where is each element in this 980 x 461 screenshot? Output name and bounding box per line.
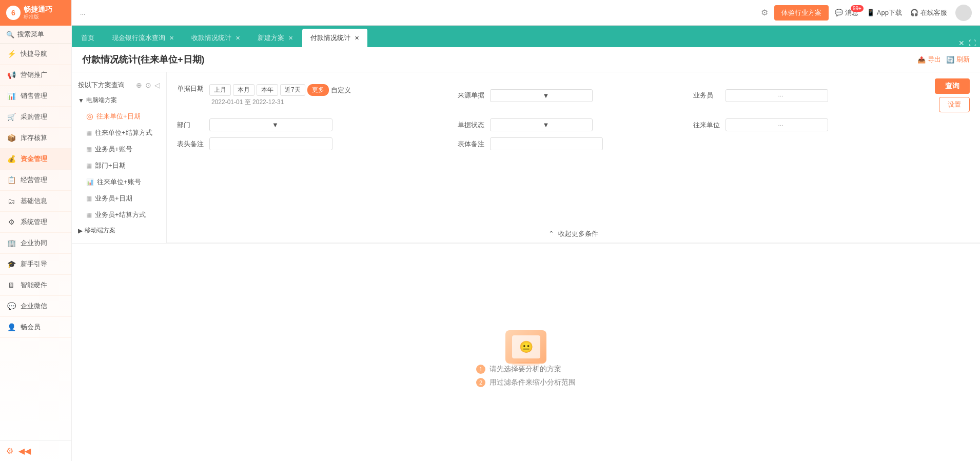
select-chevron-icon: ▼ (542, 92, 588, 99)
scheme-icon-1: ▦ (86, 129, 92, 136)
status-chevron-icon: ▼ (542, 121, 588, 129)
quick-nav-icon: ⚡ (6, 49, 16, 59)
dept-label: 部门 (177, 121, 205, 130)
content-area: 付款情况统计(往来单位+日期) 📤 导出 🔄 刷新 按以下方案查询 ⊕ (72, 47, 980, 461)
sales-icon: 📊 (6, 91, 16, 101)
messages-btn[interactable]: 💬 消息 99+ (835, 8, 858, 17)
trial-btn[interactable]: 体验行业方案 (774, 5, 829, 21)
logo-icon: 6 (6, 6, 21, 20)
page-header: 付款情况统计(往来单位+日期) 📤 导出 🔄 刷新 (72, 47, 980, 72)
refresh-icon: 🔄 (946, 56, 954, 64)
export-btn[interactable]: 📤 导出 (917, 55, 941, 64)
member-icon: 👤 (6, 322, 16, 332)
filter-row-3: 表头备注 表体备注 (177, 137, 970, 150)
status-select[interactable]: ▼ (490, 118, 593, 131)
unit-select[interactable]: ··· (726, 118, 828, 131)
scheme-settings-icon[interactable]: ⊙ (145, 81, 151, 89)
online-service-btn[interactable]: 🎧 在线客服 (910, 8, 947, 17)
settings-btn[interactable]: 设置 (939, 97, 970, 112)
enterprise-icon: 🏢 (6, 238, 16, 248)
empty-state: 😐 1 请先选择要分析的方案 2 用过滤条件来缩小分析范围 (72, 244, 980, 461)
filter-row-2: 部门 ▼ 单据状态 ▼ (177, 118, 970, 131)
system-icon: ⚙ (6, 217, 16, 227)
tab-home[interactable]: 首页 (73, 29, 103, 47)
expand-tab-icon[interactable]: ⛶ (969, 39, 976, 47)
tab-bank-flow[interactable]: 现金银行流水查询 ✕ (104, 29, 182, 47)
scheme-unit-settlement[interactable]: ▦ 往来单位+结算方式 (72, 125, 166, 141)
sidebar-item-purchase[interactable]: 🛒 采购管理 (0, 107, 71, 128)
date-btn-this-year[interactable]: 本年 (257, 84, 278, 96)
query-btn[interactable]: 查询 (935, 78, 970, 94)
message-icon: 💬 (835, 9, 843, 16)
scheme-unit-date[interactable]: ◎ 往来单位+日期 (72, 108, 166, 125)
sidebar-bottom: ⚙ ◀◀ (0, 440, 71, 461)
sidebar-item-operation[interactable]: 📋 经营管理 (0, 170, 71, 191)
sidebar-item-hardware[interactable]: 🖥 智能硬件 (0, 275, 71, 296)
filter-row-1: 单据日期 上月 本月 本年 近7天 更多 自定义 20 (177, 78, 970, 112)
sidebar: 6 畅捷通巧 标准版 🔍 搜索菜单 ⚡ 快捷导航 📢 营销推广 📊 销售管理 🛒… (0, 0, 72, 461)
sidebar-item-quick-nav[interactable]: ⚡ 快捷导航 (0, 44, 71, 65)
scheme-dept-date[interactable]: ▦ 部门+日期 (72, 157, 166, 174)
collapse-sidebar-icon[interactable]: ◀◀ (18, 446, 31, 456)
sidebar-item-inventory[interactable]: 📦 库存核算 (0, 128, 71, 149)
scheme-staff-settlement[interactable]: ▦ 业务员+结算方式 (72, 207, 166, 223)
filter-right: 单据日期 上月 本月 本年 近7天 更多 自定义 20 (167, 72, 980, 243)
collapse-icon: ⌃ (548, 230, 554, 237)
header-note-input[interactable] (209, 137, 332, 150)
sidebar-item-wechat[interactable]: 💬 企业微信 (0, 296, 71, 317)
tab-close-payment-stats[interactable]: ✕ (355, 35, 359, 42)
sidebar-item-guide[interactable]: 🎓 新手引导 (0, 254, 71, 275)
tab-close-new-plan[interactable]: ✕ (288, 35, 293, 42)
sidebar-item-finance[interactable]: 💰 资金管理 (0, 149, 71, 170)
tab-new-plan[interactable]: 新建方案 ✕ (249, 29, 301, 47)
operation-icon: 📋 (6, 175, 16, 185)
scheme-unit-account[interactable]: 📊 往来单位+账号 (72, 174, 166, 190)
scheme-icon-2: ▦ (86, 146, 92, 153)
dept-chevron-icon: ▼ (272, 121, 328, 129)
header-note-label: 表头备注 (177, 139, 205, 149)
url-bar: ... (80, 9, 755, 16)
refresh-btn[interactable]: 🔄 刷新 (946, 55, 970, 64)
date-label: 单据日期 (177, 84, 205, 93)
avatar[interactable] (955, 5, 972, 21)
service-icon: 🎧 (910, 9, 918, 16)
hardware-icon: 🖥 (6, 280, 16, 290)
sidebar-item-sales[interactable]: 📊 销售管理 (0, 86, 71, 107)
page-title: 付款情况统计(往来单位+日期) (82, 53, 917, 66)
add-scheme-icon[interactable]: ⊕ (136, 81, 142, 89)
logo-text: 畅捷通巧 标准版 (24, 5, 52, 21)
sidebar-item-enterprise[interactable]: 🏢 企业协同 (0, 233, 71, 254)
search-menu[interactable]: 🔍 搜索菜单 (0, 26, 71, 44)
dept-select[interactable]: ▼ (209, 118, 332, 131)
sidebar-item-system[interactable]: ⚙ 系统管理 (0, 212, 71, 233)
staff-select[interactable]: ··· (726, 89, 828, 102)
sidebar-item-member[interactable]: 👤 畅会员 (0, 317, 71, 338)
sidebar-item-marketing[interactable]: 📢 营销推广 (0, 65, 71, 86)
chevron-right-icon: ▶ (78, 227, 83, 234)
settings-bottom-icon[interactable]: ⚙ (6, 446, 13, 456)
tab-close-receipt-stats[interactable]: ✕ (236, 35, 240, 42)
source-select[interactable]: ▼ (490, 89, 593, 102)
scheme-staff-date[interactable]: ▦ 业务员+日期 (72, 190, 166, 207)
robot-face: 😐 (519, 340, 533, 354)
scheme-panel: 按以下方案查询 ⊕ ⊙ ◁ ▼ 电脑端方案 ◎ 往来单位+日期 ▦ (72, 72, 167, 243)
date-btn-more[interactable]: 更多 (307, 84, 329, 96)
staff-filter-group: 业务员 ··· (693, 89, 920, 102)
app-download-btn[interactable]: 📱 App下载 (867, 8, 902, 17)
date-btn-last-month[interactable]: 上月 (209, 84, 231, 96)
tab-payment-stats[interactable]: 付款情况统计 ✕ (302, 29, 367, 47)
scheme-panel-icons: ⊕ ⊙ ◁ (136, 81, 160, 89)
date-btn-this-month[interactable]: 本月 (233, 84, 254, 96)
body-note-input[interactable] (490, 137, 603, 150)
settings-gear-icon[interactable]: ⚙ (761, 8, 768, 17)
date-btn-7days[interactable]: 近7天 (280, 84, 305, 96)
collapse-bar[interactable]: ⌃ 收起更多条件 (167, 225, 980, 243)
close-all-tabs-icon[interactable]: ✕ (958, 39, 965, 47)
tab-close-bank-flow[interactable]: ✕ (169, 35, 174, 42)
section-mobile[interactable]: ▶ 移动端方案 (72, 223, 166, 238)
collapse-panel-icon[interactable]: ◁ (154, 81, 160, 89)
section-pc[interactable]: ▼ 电脑端方案 (72, 93, 166, 108)
sidebar-item-basic[interactable]: 🗂 基础信息 (0, 191, 71, 212)
tab-receipt-stats[interactable]: 收款情况统计 ✕ (183, 29, 248, 47)
scheme-staff-account[interactable]: ▦ 业务员+账号 (72, 141, 166, 157)
